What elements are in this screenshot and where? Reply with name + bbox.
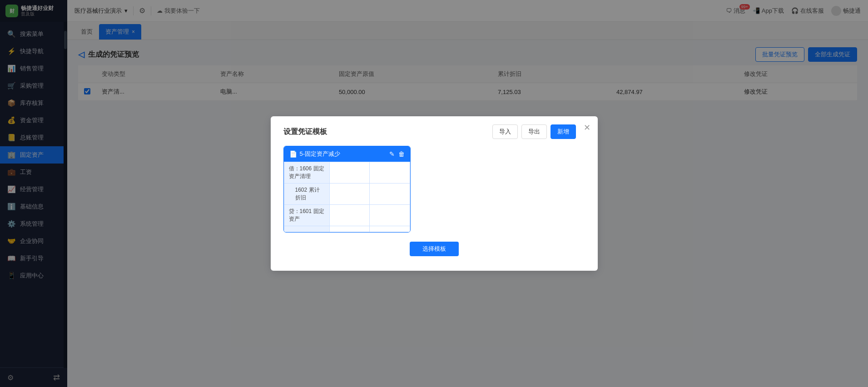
tmpl-credit-3 [370, 226, 410, 232]
tmpl-row-0: 借：1606 固定资产清理 [284, 162, 410, 184]
tmpl-debit-3 [329, 226, 370, 232]
select-template-container: 选择模板 [283, 242, 585, 256]
template-delete-icon[interactable]: 🗑 [398, 150, 405, 158]
select-template-button[interactable]: 选择模板 [410, 242, 459, 256]
tmpl-debit-1 [329, 184, 370, 205]
import-button[interactable]: 导入 [492, 124, 518, 139]
tmpl-direction-1: 1602 累计折旧 [284, 184, 329, 205]
template-card: 📄 5-固定资产减少 ✎ 🗑 借：1606 固定资产清理 1602 累 [283, 146, 411, 233]
dialog-toolbar: 导入 导出 新增 [492, 124, 576, 139]
new-button[interactable]: 新增 [551, 124, 576, 139]
template-file-icon: 📄 [289, 150, 297, 158]
export-button[interactable]: 导出 [521, 124, 547, 139]
tmpl-direction-2: 贷：1601 固定资产 [284, 205, 329, 226]
tmpl-credit-0 [370, 162, 410, 184]
tmpl-row-2: 贷：1601 固定资产 [284, 205, 410, 226]
dialog: ✕ 设置凭证模板 导入 导出 新增 📄 5-固定资产减少 ✎ 🗑 [271, 116, 598, 271]
template-table: 借：1606 固定资产清理 1602 累计折旧 贷：1601 固定资产 [284, 162, 410, 232]
template-header-label: 5-固定资产减少 [300, 150, 341, 158]
template-actions: ✎ 🗑 [389, 150, 405, 158]
tmpl-row-3 [284, 226, 410, 232]
dialog-close-button[interactable]: ✕ [584, 123, 590, 133]
template-title: 📄 5-固定资产减少 [289, 150, 341, 158]
tmpl-row-1: 1602 累计折旧 [284, 184, 410, 205]
template-card-header: 📄 5-固定资产减少 ✎ 🗑 [284, 146, 410, 162]
tmpl-debit-2 [329, 205, 370, 226]
tmpl-direction-3 [284, 226, 329, 232]
tmpl-credit-1 [370, 184, 410, 205]
tmpl-credit-2 [370, 205, 410, 226]
template-edit-icon[interactable]: ✎ [389, 150, 395, 158]
tmpl-direction-0: 借：1606 固定资产清理 [284, 162, 329, 184]
modal-overlay: ✕ 设置凭证模板 导入 导出 新增 📄 5-固定资产减少 ✎ 🗑 [0, 0, 868, 387]
tmpl-debit-0 [329, 162, 370, 184]
